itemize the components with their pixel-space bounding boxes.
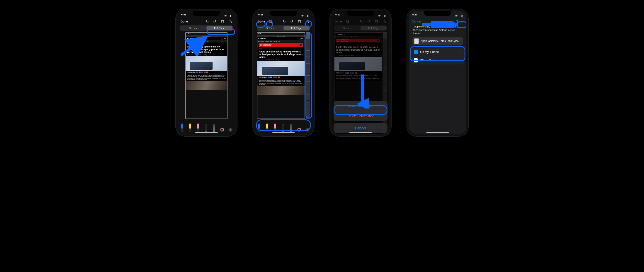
phone-4: 6:10 ●●●⬥▮ Cancel Save "Apple officially… <box>407 9 468 136</box>
eraser-tool[interactable] <box>281 124 285 132</box>
trash-icon[interactable] <box>220 19 225 24</box>
editor-toolbar: Done <box>178 18 235 25</box>
thumb[interactable] <box>306 57 310 63</box>
redo-icon[interactable] <box>290 19 294 24</box>
segmented-control[interactable]: Screen Full Page <box>180 26 233 31</box>
thumb[interactable] <box>306 94 310 100</box>
status-time: 6:10 <box>412 13 418 18</box>
thumb[interactable] <box>306 113 310 119</box>
cancel-button[interactable]: Cancel <box>334 123 388 133</box>
phone-3: 6:12 ●●●⬥▮ Done Screen Full Page 9TO5Mac… <box>330 9 391 136</box>
ad-banner: Enjoy surprisingly greatrates on car ins… <box>259 43 303 47</box>
chevron-right-icon: › <box>460 50 461 54</box>
status-time: 6:08 <box>258 13 263 18</box>
highlighter-tool[interactable] <box>265 123 269 132</box>
screen: Done Screen Full Page 6:08● ⬥ ▮ 9to5mac.… <box>178 11 235 134</box>
notch <box>193 11 220 16</box>
ad-image <box>186 81 227 90</box>
thumb[interactable] <box>306 38 310 44</box>
cancel-button[interactable]: Cancel <box>412 20 422 23</box>
comments-row: 23 Comments <box>186 71 227 74</box>
add-tool-button[interactable]: + <box>228 127 232 132</box>
notch <box>270 11 297 16</box>
seg-screen[interactable]: Screen <box>257 26 283 31</box>
share-icon[interactable] <box>305 19 310 24</box>
segmented-control[interactable]: Screen Full Page <box>257 26 310 31</box>
page-thumbnails[interactable] <box>306 32 310 119</box>
notch <box>347 11 374 16</box>
home-indicator[interactable] <box>426 132 449 133</box>
locations-list: ▢ On My iPhone › ☁ iCloud Drive › <box>411 48 464 64</box>
location-icloud-drive[interactable]: ☁ iCloud Drive › <box>411 56 464 64</box>
markup-toolbar[interactable]: + <box>180 120 234 133</box>
cloud-icon: ☁ <box>414 58 418 62</box>
done-button[interactable]: Done <box>258 20 265 23</box>
action-sheet-backdrop[interactable]: Save PDF to Files Delete Screenshot Canc… <box>332 11 389 134</box>
home-indicator[interactable] <box>272 132 295 133</box>
eraser-tool[interactable] <box>204 124 208 132</box>
phone-2: 6:08 ●●●⬥▮ Done Screen Full Page 6:08● ⬥… <box>253 9 314 136</box>
thumb[interactable] <box>306 107 310 113</box>
ruler-tool[interactable] <box>212 124 216 132</box>
thumb[interactable] <box>306 51 310 57</box>
filename-field[interactable]: Apple officially…oms - 9to5Mac <box>420 40 461 43</box>
annotation-arrow-icon <box>180 36 210 56</box>
annotation-arrow-icon <box>422 21 458 28</box>
iphone-icon: ▢ <box>414 50 418 54</box>
pen-tool[interactable] <box>258 123 261 132</box>
crop-icon[interactable] <box>268 19 272 24</box>
phone-1: 6:08 ●●●⬥▮ Done Screen Full Page 6:08● ⬥… <box>176 9 237 136</box>
home-indicator[interactable] <box>349 132 372 133</box>
annotation-arrow-icon <box>356 74 369 108</box>
trash-icon[interactable] <box>297 19 302 24</box>
article-body: Apple may not have found the right time … <box>186 74 227 81</box>
undo-icon[interactable] <box>282 19 286 24</box>
share-icon[interactable] <box>228 19 232 24</box>
status-icons: ●●●⬥▮ <box>224 13 232 18</box>
hero-image <box>186 56 227 71</box>
pencil-tool[interactable] <box>196 123 200 132</box>
done-button[interactable]: Done <box>180 20 188 23</box>
thumb[interactable] <box>306 45 310 51</box>
status-time: 6:08 <box>181 13 186 18</box>
pen-tool[interactable] <box>180 123 184 132</box>
location-on-my-iphone[interactable]: ▢ On My iPhone › <box>411 48 464 56</box>
svg-line-0 <box>181 38 205 55</box>
thumb[interactable] <box>306 69 310 75</box>
seg-full-page[interactable]: Full Page <box>284 26 310 30</box>
pencil-tool[interactable] <box>273 123 277 132</box>
markup-toolbar[interactable]: + <box>256 120 310 133</box>
thumb[interactable] <box>306 63 310 69</box>
thumb[interactable] <box>306 101 310 106</box>
notch <box>424 11 451 16</box>
thumb[interactable] <box>306 76 310 82</box>
thumb[interactable] <box>306 82 310 88</box>
delete-screenshot-button[interactable]: Delete Screenshot <box>334 111 388 121</box>
home-indicator[interactable] <box>195 132 218 133</box>
color-picker-icon[interactable] <box>297 127 301 132</box>
redo-icon[interactable] <box>212 19 217 24</box>
chevron-right-icon: › <box>460 59 461 62</box>
thumb[interactable] <box>306 88 310 94</box>
color-picker-icon[interactable] <box>220 127 224 132</box>
captured-page[interactable]: 6:08● ⬥ ▮ 9to5mac.com 9TO5Mac⌄▶ ◉ ☰ 🔍 Ex… <box>257 32 305 119</box>
thumb[interactable] <box>306 32 310 38</box>
file-icon <box>414 38 419 44</box>
add-tool-button[interactable]: + <box>306 127 310 132</box>
status-time: 6:12 <box>335 13 340 18</box>
seg-full-page[interactable]: Full Page <box>206 26 232 30</box>
filename-row[interactable]: Apple officially…oms - 9to5Mac <box>412 37 463 45</box>
undo-icon[interactable] <box>205 19 210 24</box>
highlighter-tool[interactable] <box>188 123 192 132</box>
seg-screen[interactable]: Screen <box>180 26 206 31</box>
ruler-tool[interactable] <box>289 124 293 132</box>
